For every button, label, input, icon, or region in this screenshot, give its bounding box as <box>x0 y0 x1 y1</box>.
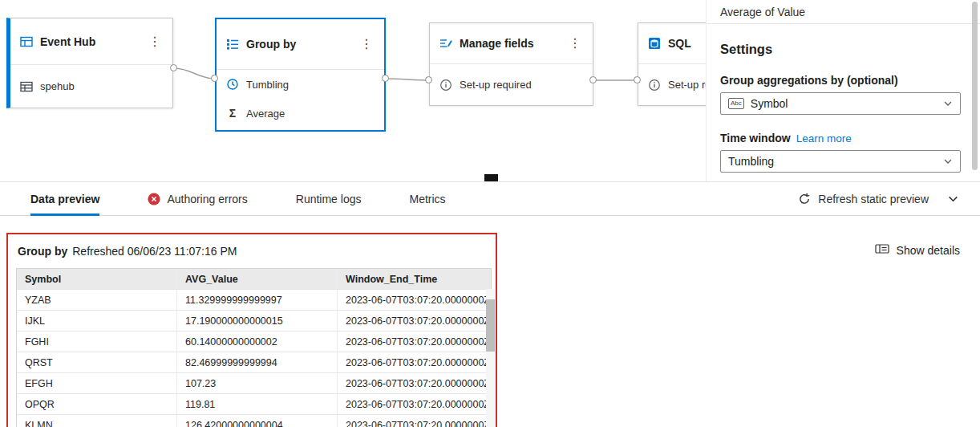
refresh-icon <box>798 193 811 205</box>
table-row: IJKL 17.190000000000015 2023-06-07T03:07… <box>17 310 491 331</box>
table-header-row: Symbol AVG_Value Window_End_Time <box>17 269 491 289</box>
chevron-down-icon <box>943 99 953 108</box>
sigma-icon: Σ <box>226 107 239 120</box>
preview-title: Group byRefreshed 06/06/23 11:07:16 PM <box>18 245 488 258</box>
chevron-down-icon[interactable] <box>947 193 959 205</box>
table-row: QRST 82.46999999999994 2023-06-07T03:07:… <box>17 352 491 372</box>
input-port-manage-fields[interactable] <box>425 76 432 83</box>
panel-scrollbar[interactable] <box>972 2 978 170</box>
table-row: EFGH 107.23 2023-06-07T03:07:20.0000000Z <box>17 372 491 393</box>
table-row: YZAB 11.329999999999997 2023-06-07T03:07… <box>17 289 491 310</box>
cell-symbol: OPQR <box>17 394 177 414</box>
kebab-menu-icon[interactable]: ⋮ <box>565 35 585 51</box>
show-details-button[interactable]: Show details <box>875 242 960 258</box>
group-aggregations-label-text: Group aggregations by (optional) <box>720 74 898 87</box>
group-aggregations-dropdown[interactable]: Abc Symbol <box>720 92 961 115</box>
node-manage-fields[interactable]: Manage fields ⋮ Set-up required <box>429 22 593 106</box>
learn-more-link[interactable]: Learn more <box>796 132 852 144</box>
output-port-manage-fields[interactable] <box>589 76 597 83</box>
input-port-sql[interactable] <box>634 76 641 83</box>
preview-table: Symbol AVG_Value Window_End_Time YZAB 11… <box>16 268 492 427</box>
preview-refreshed-text: Refreshed 06/06/23 11:07:16 PM <box>72 245 237 258</box>
info-icon <box>439 79 452 92</box>
node-group-by-header: Group by ⋮ <box>217 19 384 69</box>
cell-window-end-time: 2023-06-07T03:07:20.0000000Z <box>338 290 491 310</box>
node-row-label: Tumbling <box>246 79 289 91</box>
tab-runtime-logs[interactable]: Runtime logs <box>296 182 362 215</box>
chevron-down-icon <box>943 157 953 166</box>
cell-window-end-time: 2023-06-07T03:07:20.0000000Z <box>338 394 491 414</box>
group-by-icon <box>226 38 239 51</box>
error-icon <box>148 193 160 205</box>
cell-symbol: FGHI <box>17 331 177 352</box>
cell-avg-value: 11.329999999999997 <box>177 290 338 310</box>
cell-window-end-time: 2023-06-07T03:07:20.0000000Z <box>338 331 491 352</box>
stream-analytics-editor: Event Hub ⋮ spehub Group by ⋮ <box>0 0 980 427</box>
tab-authoring-errors[interactable]: Authoring errors <box>148 182 247 215</box>
canvas-scroll-handle[interactable] <box>484 174 498 181</box>
cell-symbol: YZAB <box>17 290 177 310</box>
group-aggregations-value: Symbol <box>751 97 788 110</box>
node-event-hub[interactable]: Event Hub ⋮ spehub <box>6 18 173 108</box>
tab-label: Data preview <box>30 193 99 205</box>
node-title: Event Hub <box>40 35 95 48</box>
tab-metrics[interactable]: Metrics <box>409 182 445 215</box>
node-group-by[interactable]: Group by ⋮ Tumbling Σ Average <box>215 18 386 132</box>
column-header[interactable]: Symbol <box>17 269 177 289</box>
output-port-group-by[interactable] <box>382 75 389 82</box>
info-icon <box>648 79 661 92</box>
cell-window-end-time: 2023-06-07T03:07:20.0000000Z <box>338 352 491 372</box>
kebab-menu-icon[interactable]: ⋮ <box>145 34 164 50</box>
tab-label: Authoring errors <box>167 193 247 205</box>
node-title: Group by <box>246 38 296 51</box>
group-aggregations-label: Group aggregations by (optional) <box>707 57 980 87</box>
cell-avg-value: 107.23 <box>177 373 338 393</box>
node-manage-fields-header: Manage fields ⋮ <box>430 23 593 63</box>
column-header[interactable]: AVG_Value <box>177 269 338 289</box>
data-preview-section: Group byRefreshed 06/06/23 11:07:16 PM S… <box>0 217 980 427</box>
node-input-row: spehub <box>10 65 172 108</box>
cell-window-end-time: 2023-06-07T03:07:20.0000000Z <box>338 373 491 393</box>
cell-symbol: QRST <box>17 352 177 372</box>
time-window-label-row: Time window Learn more <box>707 115 980 144</box>
node-row-label: Average <box>246 108 285 120</box>
table-row: KLMN 126.42000000000004 2023-06-07T03:07… <box>17 414 491 427</box>
settings-panel: Average of Value Settings Group aggregat… <box>706 0 980 181</box>
node-row-label: Set-up required <box>460 79 532 91</box>
tab-label: Metrics <box>409 193 445 205</box>
aggregation-item[interactable]: Average of Value <box>707 0 980 23</box>
table-row: FGHI 60.14000000000002 2023-06-07T03:07:… <box>17 331 491 352</box>
node-title: Manage fields <box>460 37 534 50</box>
preview-annotation-box: Group byRefreshed 06/06/23 11:07:16 PM S… <box>6 233 497 427</box>
node-row-label: spehub <box>40 80 75 92</box>
tumbling-window-icon <box>226 78 239 91</box>
output-port-event-hub[interactable] <box>170 64 177 71</box>
refresh-static-preview-button[interactable]: Refresh static preview <box>798 193 959 205</box>
tab-data-preview[interactable]: Data preview <box>30 182 99 215</box>
cell-avg-value: 17.190000000000015 <box>177 311 338 331</box>
bottom-tab-bar: Data preview Authoring errors Runtime lo… <box>0 181 980 216</box>
settings-heading: Settings <box>707 24 980 57</box>
preview-source-name: Group by <box>18 245 67 258</box>
table-scrollbar-thumb[interactable] <box>486 299 495 352</box>
input-port-group-by[interactable] <box>211 75 218 82</box>
field-type-abc-icon: Abc <box>728 98 744 109</box>
manage-fields-icon <box>439 37 452 50</box>
column-header[interactable]: Window_End_Time <box>338 269 491 289</box>
cell-avg-value: 60.14000000000002 <box>177 331 338 352</box>
aggregation-item-label: Average of Value <box>720 6 805 18</box>
node-status-row: Set-up required <box>430 64 593 105</box>
table-icon <box>20 80 33 93</box>
table-row: OPQR 119.81 2023-06-07T03:07:20.0000000Z <box>17 393 491 414</box>
cell-avg-value: 119.81 <box>177 394 338 414</box>
cell-symbol: EFGH <box>17 373 177 393</box>
details-table-icon <box>875 242 889 258</box>
node-setting-row: Tumbling <box>217 70 384 99</box>
cell-symbol: KLMN <box>17 415 177 427</box>
kebab-menu-icon[interactable]: ⋮ <box>357 36 376 52</box>
cell-avg-value: 82.46999999999994 <box>177 352 338 372</box>
tab-label: Runtime logs <box>296 193 362 205</box>
table-scrollbar[interactable] <box>486 289 495 427</box>
time-window-dropdown[interactable]: Tumbling <box>720 150 961 173</box>
show-details-label: Show details <box>897 244 960 257</box>
